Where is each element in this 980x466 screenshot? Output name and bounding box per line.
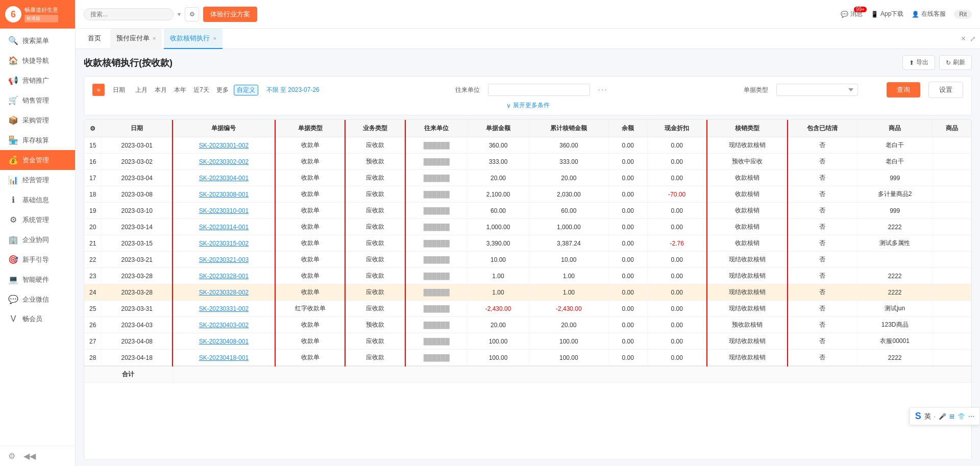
app-download-button[interactable]: 📱 App下载 <box>871 10 903 18</box>
topbar-gear-button[interactable]: ⚙ <box>185 7 199 21</box>
table-row[interactable]: 26 2023-04-03 SK-20230403-002 收款单 预收款 ██… <box>84 317 971 333</box>
topbar-search-input[interactable] <box>84 8 174 20</box>
table-row[interactable]: 18 2023-03-08 SK-20230308-001 收款单 应收款 ██… <box>84 186 971 203</box>
table-row[interactable]: 22 2023-03-21 SK-20230321-003 收款单 应收款 ██… <box>84 252 971 268</box>
expand-more-button[interactable]: ∨ 展开更多条件 <box>506 101 550 110</box>
sidebar-item-14[interactable]: V畅会员 <box>0 309 75 329</box>
th-bill-type[interactable]: 单据类型 <box>275 120 346 137</box>
sn-link[interactable]: SK-20230418-001 <box>199 354 249 361</box>
filter-date-more[interactable]: 更多 <box>214 85 231 95</box>
filter-date-this-year[interactable]: 本年 <box>172 85 188 95</box>
sn-link[interactable]: SK-20230408-001 <box>199 338 249 345</box>
sidebar-item-5[interactable]: 🏪库存核算 <box>0 130 75 150</box>
th-goods2[interactable]: 商品 <box>933 120 971 137</box>
user-avatar[interactable]: Rit <box>954 10 972 19</box>
filter-date-7days[interactable]: 近7天 <box>191 85 211 95</box>
th-verify-type[interactable]: 核销类型 <box>707 120 788 137</box>
sticker-shirt-icon[interactable]: 👕 <box>958 413 965 420</box>
tab-verify[interactable]: 收款核销执行 × <box>164 29 222 49</box>
sidebar-item-8[interactable]: ℹ基础信息 <box>0 190 75 210</box>
th-settings[interactable]: ⚙ <box>84 120 102 137</box>
sn-link[interactable]: SK-20230403-002 <box>199 322 249 329</box>
sidebar-item-9[interactable]: ⚙系统管理 <box>0 210 75 230</box>
sidebar-collapse-icon[interactable]: ◀◀ <box>23 451 36 461</box>
sticker-dot-icon[interactable]: · <box>934 413 936 420</box>
th-date[interactable]: 日期 <box>102 120 173 137</box>
tabbar-close-all[interactable]: × <box>961 34 966 43</box>
sn-link[interactable]: SK-20230304-001 <box>199 175 249 182</box>
filter-date-last-month[interactable]: 上月 <box>133 85 150 95</box>
sidebar-item-7[interactable]: 📊经营管理 <box>0 170 75 190</box>
th-amount[interactable]: 单据金额 <box>468 120 529 137</box>
th-balance[interactable]: 余额 <box>608 120 647 137</box>
th-vendor[interactable]: 往来单位 <box>405 120 468 137</box>
column-settings-icon[interactable]: ⚙ <box>90 125 95 132</box>
topbar-dropdown-arrow[interactable]: ▾ <box>178 11 181 18</box>
message-button[interactable]: 💬 消息 99+ <box>841 10 863 18</box>
table-row[interactable]: 19 2023-03-10 SK-20230310-001 收款单 应收款 ██… <box>84 203 971 219</box>
sidebar-item-4[interactable]: 📦采购管理 <box>0 110 75 130</box>
sidebar-icon-3: 🛒 <box>8 95 18 105</box>
refresh-button[interactable]: ↻ 刷新 <box>939 55 972 70</box>
export-button[interactable]: ⬆ 导出 <box>902 55 935 70</box>
filter-expand-button[interactable]: » <box>92 84 105 96</box>
sidebar-item-12[interactable]: 💻智能硬件 <box>0 269 75 289</box>
sidebar-item-6[interactable]: 💰资金管理 <box>0 150 75 170</box>
sidebar-settings-icon[interactable]: ⚙ <box>8 451 15 461</box>
sn-link[interactable]: SK-20230315-002 <box>199 240 249 247</box>
sn-link[interactable]: SK-20230328-002 <box>199 289 249 296</box>
cell-included: 否 <box>788 235 857 252</box>
table-row[interactable]: 15 2023-03-01 SK-20230301-002 收款单 应收款 ██… <box>84 137 971 154</box>
table-row[interactable]: 28 2023-04-18 SK-20230418-001 收款单 应收款 ██… <box>84 350 971 366</box>
th-included[interactable]: 包含已结清 <box>788 120 857 137</box>
online-service-button[interactable]: 👤 在线客服 <box>912 10 946 18</box>
table-row[interactable]: 23 2023-03-28 SK-20230328-001 收款单 应收款 ██… <box>84 268 971 284</box>
sidebar-item-0[interactable]: 🔍搜索菜单 <box>0 31 75 51</box>
filter-bill-type-select[interactable]: 收款单 红字收款单 <box>776 84 858 96</box>
filter-date-custom[interactable]: 自定义 <box>234 85 258 95</box>
table-row[interactable]: 17 2023-03-04 SK-20230304-001 收款单 应收款 ██… <box>84 170 971 186</box>
query-button[interactable]: 查询 <box>887 82 920 97</box>
sn-link[interactable]: SK-20230310-001 <box>199 207 249 214</box>
table-row[interactable]: 27 2023-04-08 SK-20230408-001 收款单 应收款 ██… <box>84 333 971 350</box>
sticker-mic-icon[interactable]: 🎤 <box>939 413 946 420</box>
tab-prepay-close[interactable]: × <box>153 35 156 41</box>
sn-link[interactable]: SK-20230308-001 <box>199 191 249 198</box>
setting-button[interactable]: 设置 <box>928 82 963 98</box>
sidebar-item-1[interactable]: 🏠快捷导航 <box>0 51 75 70</box>
table-row[interactable]: 21 2023-03-15 SK-20230315-002 收款单 应收款 ██… <box>84 235 971 252</box>
sidebar-item-13[interactable]: 💬企业微信 <box>0 289 75 309</box>
tab-home[interactable]: 首页 <box>80 29 109 49</box>
tab-verify-close[interactable]: × <box>213 35 216 41</box>
table-row[interactable]: 25 2023-03-31 SK-20230331-002 红字收款单 应收款 … <box>84 301 971 317</box>
th-goods1[interactable]: 商品 <box>857 120 933 137</box>
sidebar-item-2[interactable]: 📢营销推广 <box>0 70 75 90</box>
sticker-en-icon[interactable]: 英 <box>924 412 931 421</box>
tab-prepay[interactable]: 预付应付单 × <box>110 29 162 49</box>
sidebar-icon-7: 📊 <box>8 175 18 185</box>
cell-goods2 <box>933 170 971 186</box>
industry-solution-button[interactable]: 体验行业方案 <box>203 7 257 22</box>
sn-link[interactable]: SK-20230321-003 <box>199 256 249 263</box>
filter-date-this-month[interactable]: 本月 <box>153 85 169 95</box>
th-accum[interactable]: 累计核销金额 <box>529 120 608 137</box>
sn-link[interactable]: SK-20230314-001 <box>199 224 249 231</box>
table-row[interactable]: 24 2023-03-28 SK-20230328-002 收款单 应收款 ██… <box>84 284 971 301</box>
tabbar-expand[interactable]: ⤢ <box>970 35 976 43</box>
table-row[interactable]: 20 2023-03-14 SK-20230314-001 收款单 应收款 ██… <box>84 219 971 235</box>
sidebar-item-3[interactable]: 🛒销售管理 <box>0 90 75 110</box>
sn-link[interactable]: SK-20230328-001 <box>199 273 249 280</box>
th-sn[interactable]: 单据编号 <box>173 120 275 137</box>
sticker-grid-icon[interactable]: ⊞ <box>949 413 954 420</box>
sn-link[interactable]: SK-20230331-002 <box>199 305 249 312</box>
th-cash-disc[interactable]: 现金折扣 <box>647 120 707 137</box>
sticker-more-icon[interactable]: ⋯ <box>968 413 974 420</box>
sidebar-item-10[interactable]: 🏢企业协同 <box>0 230 75 250</box>
filter-vendor-input[interactable] <box>488 84 590 96</box>
sn-link[interactable]: SK-20230301-002 <box>199 142 249 149</box>
th-biz-type[interactable]: 业务类型 <box>345 120 405 137</box>
table-row[interactable]: 16 2023-03-02 SK-20230302-002 收款单 预收款 ██… <box>84 154 971 170</box>
sidebar-item-11[interactable]: 🎯新手引导 <box>0 250 75 269</box>
sn-link[interactable]: SK-20230302-002 <box>199 158 249 165</box>
filter-vendor-dots[interactable]: ··· <box>598 85 608 94</box>
